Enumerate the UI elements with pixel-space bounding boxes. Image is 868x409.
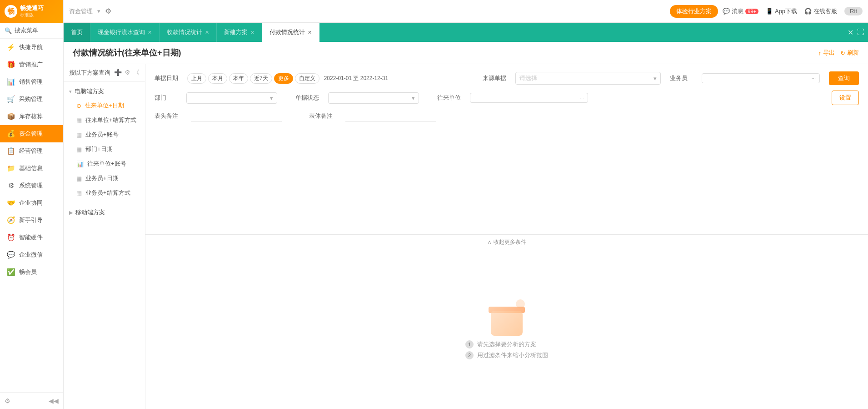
tab-payment-stat[interactable]: 付款情况统计✕ <box>262 23 319 42</box>
scheme-nav: ▾ 电脑端方案 ⊙ 往来单位+日期 ▦ 往来单位+结算方式 ▦ <box>64 82 145 222</box>
nav-label-marketing: 营销推广 <box>19 61 43 69</box>
topbar-settings-icon[interactable]: ⚙ <box>105 7 111 15</box>
sidebar-footer: ⚙ ◀◀ <box>0 392 63 409</box>
source-doc-arrow-icon: ▾ <box>653 75 657 82</box>
scheme-item-dept-date[interactable]: ▦ 部门+日期 <box>64 142 145 157</box>
scheme-chart-icon: 📊 <box>76 161 84 167</box>
refresh-icon: ↻ <box>840 50 845 56</box>
sidebar-item-purchase[interactable]: 🛒采购管理 <box>0 91 63 108</box>
sidebar-item-quick-nav[interactable]: ⚡快捷导航 <box>0 39 63 56</box>
this-year-btn[interactable]: 本年 <box>229 73 248 84</box>
scheme-item-unit-date[interactable]: ⊙ 往来单位+日期 <box>64 98 145 113</box>
staff-select[interactable]: ··· <box>702 73 820 83</box>
footer-settings-icon[interactable]: ⚙ <box>5 397 10 404</box>
header-note-input[interactable] <box>191 111 282 121</box>
close-all-tabs-btn[interactable]: ✕ <box>848 28 853 37</box>
empty-illustration <box>484 299 529 336</box>
sidebar-search[interactable]: 🔍 搜索菜单 <box>0 23 63 39</box>
empty-hint-2: 2 用过滤条件来缩小分析范围 <box>465 351 548 359</box>
breadcrumb: 资金管理 <box>69 7 93 15</box>
desktop-section-header[interactable]: ▾ 电脑端方案 <box>64 85 145 98</box>
empty-hint-1: 1 请先选择要分析的方案 <box>465 340 548 348</box>
trial-btn[interactable]: 体验行业方案 <box>670 5 718 18</box>
sidebar-item-enterprise[interactable]: 🤝企业协同 <box>0 194 63 212</box>
scheme-item-staff-account[interactable]: ▦ 业务员+账号 <box>64 127 145 142</box>
online-service-action[interactable]: 🎧 在线客服 <box>804 7 837 15</box>
scheme-item-staff-date[interactable]: ▦ 业务员+日期 <box>64 171 145 186</box>
tab-close-cash-flow[interactable]: ✕ <box>148 30 152 35</box>
scheme-table2-icon: ▦ <box>76 131 82 138</box>
nav-icon-wechat: 💬 <box>6 251 15 259</box>
doc-status-label: 单据状态 <box>295 94 319 102</box>
body-note-input[interactable] <box>345 111 436 121</box>
filter-area: 单据日期 上月 本月 本年 近7天 更多 自定义 2022-01-01 至 20… <box>145 64 868 235</box>
tab-close-payment-stat[interactable]: ✕ <box>308 30 312 35</box>
add-scheme-icon[interactable]: ➕ <box>114 69 122 77</box>
app-download-action[interactable]: 📱 App下载 <box>766 7 797 15</box>
export-btn[interactable]: ↑ 导出 <box>818 49 835 57</box>
custom-btn[interactable]: 自定义 <box>295 73 319 84</box>
sidebar-item-wechat[interactable]: 💬企业微信 <box>0 246 63 263</box>
sidebar-item-sales[interactable]: 📊销售管理 <box>0 73 63 91</box>
sidebar-item-guide[interactable]: 🧭新手引导 <box>0 212 63 229</box>
partner-select[interactable]: ··· <box>470 93 588 103</box>
settings-btn[interactable]: 设置 <box>832 91 859 105</box>
nav-icon-sales: 📊 <box>6 78 15 86</box>
sidebar-item-capital[interactable]: 💰资金管理 <box>0 125 63 142</box>
scheme-settings-icon[interactable]: ⚙ <box>125 69 130 77</box>
tab-label-cash-flow: 现金银行流水查询 <box>98 28 145 36</box>
doc-status-select[interactable]: ▾ <box>328 92 419 104</box>
message-action[interactable]: 💬 消息 99+ <box>723 7 758 15</box>
empty-state: 1 请先选择要分析的方案 2 用过滤条件来缩小分析范围 <box>145 250 868 409</box>
nav-icon-inventory: 📦 <box>6 112 15 121</box>
nav-icon-guide: 🧭 <box>6 216 15 224</box>
sidebar-item-system[interactable]: ⚙系统管理 <box>0 177 63 194</box>
sidebar-item-hardware[interactable]: ⏰智能硬件 <box>0 229 63 246</box>
sidebar-item-inventory[interactable]: 📦库存核算 <box>0 108 63 125</box>
tab-receivable[interactable]: 收款情况统计✕ <box>160 23 217 42</box>
collapse-bar[interactable]: ∧ 收起更多条件 <box>145 235 868 250</box>
user-avatar[interactable]: Rit <box>844 7 863 15</box>
scheme-item-unit-settlement[interactable]: ▦ 往来单位+结算方式 <box>64 113 145 127</box>
tab-home[interactable]: 首页 <box>64 23 90 42</box>
mobile-arrow-icon: ▶ <box>69 210 73 216</box>
breadcrumb-arrow-icon: ▾ <box>97 8 100 15</box>
more-dates-btn[interactable]: 更多 <box>274 73 293 84</box>
tab-new-scheme[interactable]: 新建方案✕ <box>217 23 262 42</box>
nav-icon-enterprise: 🤝 <box>6 199 15 207</box>
filter-row-2: 部门 ▾ 单据状态 ▾ 往来单位 ··· <box>155 91 859 105</box>
tab-label-home: 首页 <box>71 28 83 36</box>
sidebar-nav: ⚡快捷导航🎁营销推广📊销售管理🛒采购管理📦库存核算💰资金管理📋经营管理📁基础信息… <box>0 39 63 392</box>
body-note-label: 表体备注 <box>309 112 333 120</box>
partner-label: 往来单位 <box>437 94 461 102</box>
scheme-item-unit-account[interactable]: 📊 往来单位+账号 <box>64 157 145 171</box>
refresh-btn[interactable]: ↻ 刷新 <box>840 49 859 57</box>
source-doc-select[interactable]: 请选择 ▾ <box>515 72 661 85</box>
page-title: 付款情况统计(往来单位+日期) <box>73 47 181 58</box>
sidebar-item-marketing[interactable]: 🎁营销推广 <box>0 56 63 73</box>
nav-label-guide: 新手引导 <box>19 216 43 224</box>
expand-tabs-btn[interactable]: ⛶ <box>857 28 864 36</box>
mobile-section-header[interactable]: ▶ 移动端方案 <box>64 206 145 219</box>
source-doc-label: 来源单据 <box>483 74 506 82</box>
sidebar-item-operation[interactable]: 📋经营管理 <box>0 142 63 160</box>
last-7-btn[interactable]: 近7天 <box>250 73 272 84</box>
scheme-collapse-icon[interactable]: 《 <box>133 69 140 77</box>
dept-select[interactable]: ▾ <box>186 92 277 104</box>
service-icon: 🎧 <box>804 8 812 15</box>
scheme-item-staff-settlement[interactable]: ▦ 业务员+结算方式 <box>64 186 145 200</box>
last-month-btn[interactable]: 上月 <box>187 73 206 84</box>
sidebar-item-basic-info[interactable]: 📁基础信息 <box>0 160 63 177</box>
query-btn[interactable]: 查询 <box>829 71 859 85</box>
tab-close-new-scheme[interactable]: ✕ <box>250 30 254 35</box>
this-month-btn[interactable]: 本月 <box>208 73 227 84</box>
tab-cash-flow[interactable]: 现金银行流水查询✕ <box>90 23 160 42</box>
right-panel: 单据日期 上月 本月 本年 近7天 更多 自定义 2022-01-01 至 20… <box>145 64 868 409</box>
nav-label-purchase: 采购管理 <box>19 95 43 103</box>
tab-close-receivable[interactable]: ✕ <box>205 30 209 35</box>
search-icon: 🔍 <box>5 27 12 34</box>
tab-label-new-scheme: 新建方案 <box>224 28 248 36</box>
footer-collapse-icon[interactable]: ◀◀ <box>49 397 59 404</box>
mobile-section-label: 移动端方案 <box>75 208 105 217</box>
sidebar-item-member[interactable]: ✅畅会员 <box>0 263 63 281</box>
